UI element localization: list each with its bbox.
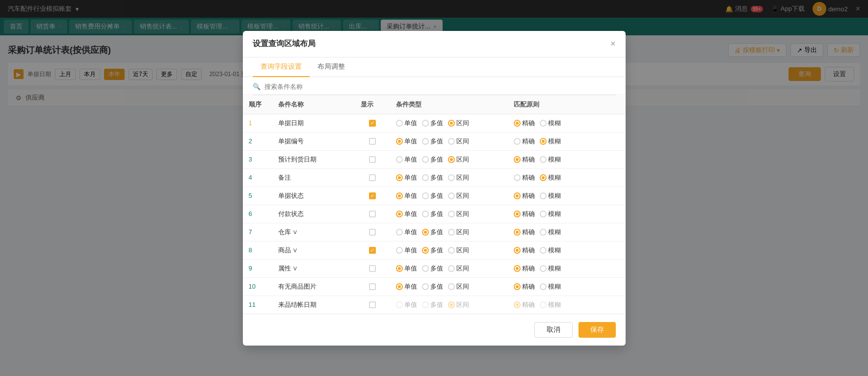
type-multi-option[interactable]: 多值 (422, 228, 443, 237)
match-exact-option[interactable]: 精确 (514, 264, 535, 273)
match-fuzzy-option[interactable]: 模糊 (540, 155, 561, 164)
type-option-0[interactable]: 单值 (396, 300, 417, 309)
type-range-option[interactable]: 区间 (448, 155, 469, 164)
type-multi-radio[interactable] (422, 265, 429, 272)
match-exact-radio[interactable] (514, 138, 521, 145)
type-multi-radio[interactable] (422, 120, 429, 127)
row-show[interactable] (355, 223, 390, 241)
type-single-radio[interactable] (396, 211, 403, 217)
row-show[interactable] (355, 259, 390, 277)
match-exact-option[interactable]: 精确 (514, 282, 535, 291)
type-multi-option[interactable]: 多值 (422, 210, 443, 218)
match-fuzzy-radio[interactable] (540, 174, 547, 181)
type-option-1[interactable]: 多值 (422, 300, 443, 309)
match-exact-option[interactable]: 精确 (514, 228, 535, 237)
show-checkbox[interactable] (369, 174, 376, 181)
type-multi-radio[interactable] (422, 283, 429, 290)
type-option-2[interactable]: 区间 (448, 300, 469, 309)
match-fuzzy-option[interactable]: 模糊 (540, 173, 561, 182)
match-exact-radio[interactable] (514, 120, 521, 127)
type-single-option[interactable]: 单值 (396, 191, 417, 200)
show-checkbox[interactable] (369, 138, 376, 145)
type-radio-1[interactable] (422, 301, 429, 308)
type-range-option[interactable]: 区间 (448, 264, 469, 273)
type-radio-0[interactable] (396, 301, 403, 308)
row-show[interactable]: ✓ (355, 241, 390, 259)
match-fuzzy-radio[interactable] (540, 283, 547, 290)
match-fuzzy-option[interactable]: 模糊 (540, 119, 561, 128)
match-exact-option[interactable]: 精确 (514, 173, 535, 182)
match-exact-option[interactable]: 精确 (514, 210, 535, 218)
type-range-option[interactable]: 区间 (448, 191, 469, 200)
type-range-option[interactable]: 区间 (448, 282, 469, 291)
type-range-option[interactable]: 区间 (448, 246, 469, 255)
match-fuzzy-option[interactable]: 模糊 (540, 246, 561, 255)
type-single-radio[interactable] (396, 229, 403, 236)
type-single-radio[interactable] (396, 138, 403, 145)
show-checkbox[interactable] (369, 156, 376, 163)
match-fuzzy-radio[interactable] (540, 156, 547, 163)
type-multi-radio[interactable] (422, 211, 429, 217)
type-single-radio[interactable] (396, 192, 403, 199)
match-fuzzy-radio[interactable] (540, 192, 547, 199)
search-input[interactable] (264, 83, 616, 90)
type-single-option[interactable]: 单值 (396, 155, 417, 164)
row-show[interactable] (355, 132, 390, 150)
type-single-radio[interactable] (396, 120, 403, 127)
match-option-0[interactable]: 精确 (514, 300, 535, 309)
match-exact-radio[interactable] (514, 156, 521, 163)
match-fuzzy-radio[interactable] (540, 138, 547, 145)
match-radio-1[interactable] (540, 301, 547, 308)
type-range-radio[interactable] (448, 265, 455, 272)
type-range-option[interactable]: 区间 (448, 119, 469, 128)
match-fuzzy-option[interactable]: 模糊 (540, 282, 561, 291)
type-single-option[interactable]: 单值 (396, 246, 417, 255)
type-multi-radio[interactable] (422, 247, 429, 254)
match-exact-radio[interactable] (514, 265, 521, 272)
match-fuzzy-radio[interactable] (540, 211, 547, 217)
cancel-button[interactable]: 取消 (534, 322, 573, 338)
show-checkbox[interactable] (369, 265, 376, 272)
type-single-option[interactable]: 单值 (396, 210, 417, 218)
match-radio-0[interactable] (514, 301, 521, 308)
type-single-option[interactable]: 单值 (396, 137, 417, 146)
type-range-option[interactable]: 区间 (448, 173, 469, 182)
type-single-option[interactable]: 单值 (396, 228, 417, 237)
type-multi-radio[interactable] (422, 138, 429, 145)
type-multi-radio[interactable] (422, 229, 429, 236)
show-checkbox[interactable] (369, 229, 376, 236)
type-single-option[interactable]: 单值 (396, 282, 417, 291)
type-single-radio[interactable] (396, 174, 403, 181)
save-button[interactable]: 保存 (579, 322, 616, 338)
type-range-radio[interactable] (448, 247, 455, 254)
match-fuzzy-option[interactable]: 模糊 (540, 264, 561, 273)
row-show[interactable] (355, 295, 390, 314)
row-show[interactable] (355, 150, 390, 168)
match-fuzzy-radio[interactable] (540, 229, 547, 236)
match-fuzzy-radio[interactable] (540, 265, 547, 272)
match-exact-radio[interactable] (514, 229, 521, 236)
type-single-radio[interactable] (396, 265, 403, 272)
type-range-radio[interactable] (448, 229, 455, 236)
row-show[interactable]: ✓ (355, 187, 390, 205)
match-exact-option[interactable]: 精确 (514, 246, 535, 255)
dialog-close-button[interactable]: × (610, 39, 616, 49)
type-multi-radio[interactable] (422, 156, 429, 163)
show-checkbox[interactable]: ✓ (369, 192, 376, 199)
type-range-radio[interactable] (448, 138, 455, 145)
type-range-radio[interactable] (448, 192, 455, 199)
type-multi-option[interactable]: 多值 (422, 246, 443, 255)
match-fuzzy-option[interactable]: 模糊 (540, 228, 561, 237)
type-multi-option[interactable]: 多值 (422, 119, 443, 128)
type-multi-option[interactable]: 多值 (422, 282, 443, 291)
show-checkbox[interactable]: ✓ (369, 247, 376, 254)
type-range-radio[interactable] (448, 174, 455, 181)
match-exact-option[interactable]: 精确 (514, 191, 535, 200)
match-option-1[interactable]: 模糊 (540, 300, 561, 309)
row-show[interactable] (355, 277, 390, 295)
type-range-radio[interactable] (448, 156, 455, 163)
type-multi-radio[interactable] (422, 174, 429, 181)
match-exact-option[interactable]: 精确 (514, 119, 535, 128)
type-radio-2[interactable] (448, 301, 455, 308)
show-checkbox[interactable] (369, 283, 376, 290)
